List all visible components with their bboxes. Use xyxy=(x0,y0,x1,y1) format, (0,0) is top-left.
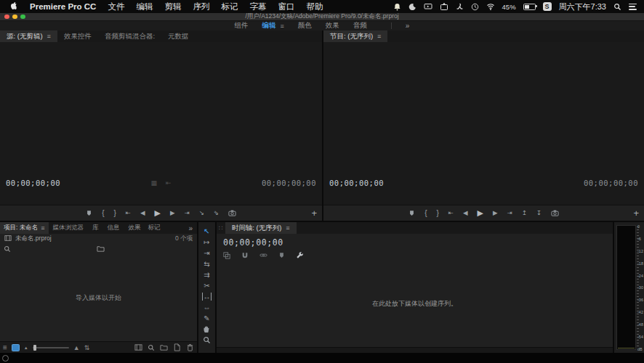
tab-media-browser[interactable]: 媒体浏览器 xyxy=(49,222,89,234)
icon-view-button[interactable] xyxy=(12,344,20,351)
workspace-overflow-chevron[interactable]: » xyxy=(406,22,410,30)
mark-out-button[interactable]: } xyxy=(113,210,116,217)
play-button[interactable]: ▶ xyxy=(477,209,483,217)
project-tabs-overflow[interactable]: » xyxy=(184,222,197,234)
list-view-button[interactable]: ≡ xyxy=(3,344,7,351)
find-icon[interactable] xyxy=(148,344,155,351)
add-marker-icon[interactable] xyxy=(278,252,285,258)
extract-button[interactable]: ↧ xyxy=(536,210,542,216)
tool-hand[interactable] xyxy=(201,325,212,333)
menu-window[interactable]: 窗口 xyxy=(278,1,294,12)
window-title-bar[interactable]: /用户/A1234/文稿/Adobe/Premiere Pro/9.0/未命名.… xyxy=(0,13,644,21)
tab-markers[interactable]: 标记 xyxy=(145,222,164,234)
zoom-level-select-icon[interactable]: ▦ xyxy=(150,179,157,187)
zoom-in-icon[interactable]: ▲ xyxy=(73,344,80,351)
notification-center-icon[interactable] xyxy=(629,4,637,10)
mark-out-button[interactable]: } xyxy=(436,210,438,217)
menu-title[interactable]: 字幕 xyxy=(249,1,266,12)
step-forward-button[interactable]: ▶ xyxy=(493,210,498,216)
mark-in-button[interactable]: { xyxy=(424,210,427,217)
tool-ripple-edit[interactable]: ⇥ xyxy=(201,249,212,257)
workspace-tab-editing[interactable]: 编辑 xyxy=(262,21,276,30)
panel-menu-icon[interactable]: ≡ xyxy=(47,33,51,40)
workspace-tab-color[interactable]: 颜色 xyxy=(298,21,312,30)
sort-icons-button[interactable]: ⇅ xyxy=(84,344,90,351)
menu-bar-clock[interactable]: 周六下午7:33 xyxy=(559,1,606,12)
tab-effects[interactable]: 效果 xyxy=(124,222,145,234)
wifi-icon[interactable] xyxy=(486,2,495,11)
tool-selection[interactable]: ↖ xyxy=(201,227,212,235)
tool-slide[interactable]: ⇔ xyxy=(201,303,212,311)
panel-menu-icon[interactable]: ≡ xyxy=(377,33,381,40)
tab-metadata[interactable]: 元数据 xyxy=(161,30,196,42)
tab-timeline[interactable]: 时间轴: (无序列) ≡ xyxy=(225,222,297,234)
tab-project[interactable]: 项目: 未命名 ≡ xyxy=(0,222,49,234)
panel-grip-icon[interactable]: ∷ xyxy=(217,222,225,234)
tool-razor[interactable]: ✂ xyxy=(201,282,212,290)
step-forward-button[interactable]: ▶ xyxy=(170,210,175,216)
tab-source[interactable]: 源: (无剪辑) ≡ xyxy=(0,30,57,42)
tool-zoom[interactable] xyxy=(201,336,212,344)
button-editor-plus[interactable]: + xyxy=(311,208,317,218)
zoom-out-icon[interactable]: ▲ xyxy=(24,346,28,350)
menu-clip[interactable]: 剪辑 xyxy=(164,1,181,12)
workspace-tab-audio[interactable]: 音频 xyxy=(353,21,367,30)
panel-menu-icon[interactable]: ≡ xyxy=(41,224,44,232)
tab-effect-controls[interactable]: 效果控件 xyxy=(57,30,98,42)
tab-libraries[interactable]: 库 xyxy=(88,222,103,234)
tool-pen[interactable]: ✎ xyxy=(201,314,212,322)
tab-program[interactable]: 节目: (无序列) ≡ xyxy=(323,30,387,42)
step-back-button[interactable]: ◀ xyxy=(463,210,468,216)
zoom-window-button[interactable] xyxy=(20,15,25,20)
menu-help[interactable]: 帮助 xyxy=(306,1,323,12)
mark-in-button[interactable]: { xyxy=(102,210,104,217)
play-button[interactable]: ▶ xyxy=(154,209,160,217)
step-back-button[interactable]: ◀ xyxy=(140,210,145,216)
workspace-tab-effects[interactable]: 效果 xyxy=(326,21,339,30)
overwrite-button[interactable]: ⇘ xyxy=(214,210,219,216)
close-window-button[interactable] xyxy=(4,15,9,20)
workspace-menu-icon[interactable]: ≡ xyxy=(281,23,284,30)
tab-info[interactable]: 信息 xyxy=(103,222,124,234)
go-to-out-button[interactable]: ⇥ xyxy=(185,210,190,216)
spotlight-search-icon[interactable] xyxy=(613,3,621,11)
tab-audio-clip-mixer[interactable]: 音频剪辑混合器: xyxy=(98,30,161,42)
menu-edit[interactable]: 编辑 xyxy=(136,1,153,12)
button-editor-plus[interactable]: + xyxy=(633,208,639,218)
timeline-horizontal-scrollbar[interactable] xyxy=(217,347,613,353)
source-current-timecode[interactable]: 00;00;00;00 xyxy=(6,179,60,187)
fan-utility-icon[interactable] xyxy=(456,3,464,11)
apple-menu-icon[interactable] xyxy=(9,1,18,12)
go-to-in-button[interactable]: ⇤ xyxy=(126,210,131,216)
add-marker-button[interactable] xyxy=(408,210,415,216)
battery-icon[interactable] xyxy=(523,4,536,10)
go-to-out-button[interactable]: ⇥ xyxy=(507,210,512,216)
new-bin-icon[interactable] xyxy=(160,343,168,351)
timeline-settings-wrench-icon[interactable] xyxy=(296,251,304,259)
panel-menu-icon[interactable]: ≡ xyxy=(286,224,289,232)
linked-selection-icon[interactable] xyxy=(259,251,267,259)
tool-slip[interactable]: ↔ xyxy=(202,293,212,301)
export-frame-button[interactable] xyxy=(228,209,236,217)
do-not-disturb-icon[interactable] xyxy=(408,3,416,11)
thumbnail-zoom-slider[interactable] xyxy=(33,347,69,348)
add-marker-button[interactable] xyxy=(86,210,92,216)
time-machine-icon[interactable] xyxy=(471,3,479,11)
tool-rolling-edit[interactable]: ⇆ xyxy=(201,260,212,268)
slider-thumb[interactable] xyxy=(33,345,36,351)
export-frame-button[interactable] xyxy=(551,209,559,217)
playback-resolution-icon[interactable]: ⇤ xyxy=(166,179,172,187)
screen-share-icon[interactable] xyxy=(440,2,448,11)
snap-magnet-icon[interactable] xyxy=(241,252,249,259)
app-menu[interactable]: Premiere Pro CC xyxy=(30,2,96,11)
program-current-timecode[interactable]: 00;00;00;00 xyxy=(329,179,384,187)
delete-trash-icon[interactable] xyxy=(186,343,194,351)
automate-to-sequence-icon[interactable] xyxy=(134,343,142,351)
nest-insert-icon[interactable] xyxy=(223,252,230,259)
minimize-window-button[interactable] xyxy=(12,15,17,20)
new-item-icon[interactable] xyxy=(173,343,181,351)
menu-marker[interactable]: 标记 xyxy=(221,1,238,12)
audio-level-meter[interactable] xyxy=(616,225,636,350)
notification-icon[interactable] xyxy=(393,3,401,11)
tool-track-select-forward[interactable]: ↦ xyxy=(201,238,212,246)
